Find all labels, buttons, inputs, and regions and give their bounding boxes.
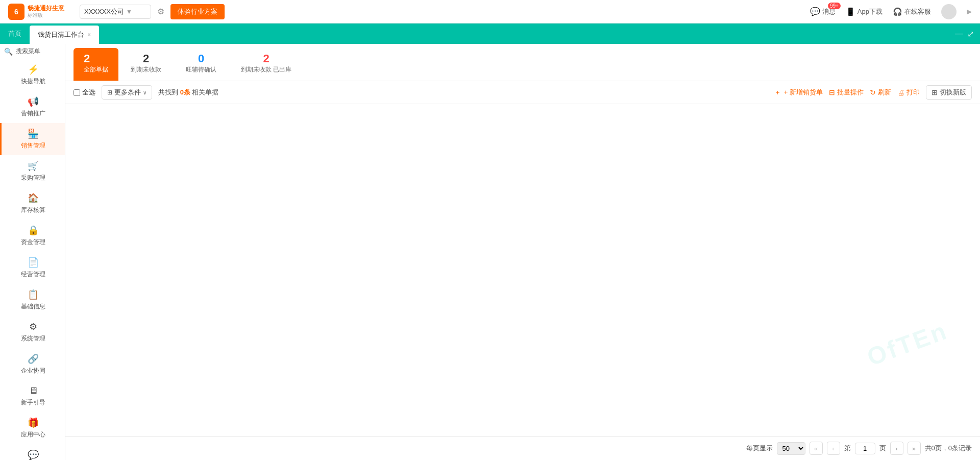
purchase-icon: 🛒 — [28, 160, 39, 172]
sidebar-item-wechat[interactable]: 💬 企业微信 — [0, 444, 65, 460]
select-all-checkbox[interactable]: 全选 — [74, 88, 95, 97]
content-area: 2 全部单据 2 到期未收款 0 旺辅待确认 2 到期未收款 已出库 全选 — [65, 44, 980, 460]
app-subtitle: 标准版 — [28, 12, 64, 18]
switch-icon: ⊞ — [932, 88, 938, 96]
finance-label: 资金管理 — [21, 238, 45, 247]
sidebar-item-quick-nav[interactable]: ⚡ 快捷导航 — [0, 59, 65, 91]
username[interactable]: ▶ — [967, 8, 972, 15]
guide-label: 新手引导 — [21, 398, 45, 407]
home-tab-label: 首页 — [8, 29, 21, 38]
print-btn-label: 打印 — [906, 88, 920, 97]
sidebar-item-cooperation[interactable]: 🔗 企业协同 — [0, 348, 65, 380]
refresh-icon: ↻ — [870, 88, 876, 96]
tab-overdue-shipped[interactable]: 2 到期未收款 已出库 — [229, 48, 304, 81]
online-service-button[interactable]: 🎧 在线客服 — [893, 7, 931, 16]
sidebar-item-base-info[interactable]: 📋 基础信息 — [0, 284, 65, 316]
found-count: 0条 — [180, 88, 190, 96]
tab-wangfu-pending[interactable]: 0 旺辅待确认 — [174, 48, 229, 81]
page-suffix: 页 — [879, 444, 886, 453]
page-size-select[interactable]: 20 50 100 — [777, 442, 805, 455]
filter-label: 更多条件 — [114, 88, 141, 97]
print-button[interactable]: 🖨 打印 — [897, 88, 920, 97]
maximize-button[interactable]: ⤢ — [967, 29, 974, 39]
topbar-right: 💬 消息 99+ 📱 App下载 🎧 在线客服 ▶ — [810, 4, 972, 19]
base-info-label: 基础信息 — [21, 302, 45, 311]
company-selector[interactable]: XXXXXX公司 ▼ — [80, 5, 151, 19]
chevron-down-icon: ▼ — [126, 8, 132, 15]
tab-wangfu-label: 旺辅待确认 — [186, 65, 216, 74]
total-info: 共0页，0条记录 — [925, 444, 972, 453]
sidebar-item-inventory[interactable]: 🏠 库存核算 — [0, 187, 65, 220]
toolbar-right: ＋ + 新增销货单 ⊟ 批量操作 ↻ 刷新 🖨 打印 ⊞ 切换新版 — [774, 85, 972, 100]
app-center-icon: 🎁 — [28, 417, 39, 428]
system-icon: ⚙ — [29, 321, 37, 332]
tab-all[interactable]: 2 全部单据 — [74, 48, 118, 81]
sidebar-item-marketing[interactable]: 📢 营销推广 — [0, 91, 65, 123]
sidebar-item-app-center[interactable]: 🎁 应用中心 — [0, 412, 65, 444]
last-page-button[interactable]: » — [908, 442, 921, 455]
batch-icon: ⊟ — [829, 88, 835, 96]
settings-icon[interactable]: ⚙ — [157, 7, 164, 16]
sidebar-item-operations[interactable]: 📄 经营管理 — [0, 252, 65, 284]
filter-icon: ⊞ — [107, 89, 112, 96]
add-btn-label: + 新增销货单 — [784, 88, 823, 97]
sidebar-item-search[interactable]: 🔍 搜索菜单 — [0, 44, 65, 59]
batch-btn-label: 批量操作 — [837, 88, 864, 97]
add-icon: ＋ — [774, 88, 781, 97]
inventory-icon: 🏠 — [28, 192, 39, 204]
sidebar: 🔍 搜索菜单 ⚡ 快捷导航 📢 营销推广 🏪 销售管理 🛒 采购管理 🏠 库存核… — [0, 44, 65, 460]
app-download-label: App下载 — [857, 7, 883, 16]
message-icon: 💬 — [810, 7, 820, 16]
nav-tabs: 首页 钱货日清工作台 × — ⤢ — [0, 23, 980, 44]
sidebar-item-sales[interactable]: 🏪 销售管理 — [0, 123, 65, 155]
data-area — [65, 104, 980, 436]
switch-version-button[interactable]: ⊞ 切换新版 — [926, 85, 972, 100]
page-number-input[interactable] — [855, 443, 875, 454]
add-sales-order-button[interactable]: ＋ + 新增销货单 — [774, 88, 823, 97]
active-tab[interactable]: 钱货日清工作台 × — [30, 26, 99, 44]
select-all-input[interactable] — [74, 89, 80, 96]
app-title: 畅捷通好生意 — [28, 5, 64, 12]
cooperation-label: 企业协同 — [21, 367, 45, 375]
topbar: 6 畅捷通好生意 标准版 XXXXXX公司 ▼ ⚙ 体验行业方案 💬 消息 99… — [0, 0, 980, 23]
app-center-label: 应用中心 — [21, 430, 45, 439]
search-icon: 🔍 — [4, 47, 13, 56]
logo-text: 畅捷通好生意 标准版 — [28, 5, 64, 18]
close-icon[interactable]: × — [87, 31, 91, 38]
first-page-button[interactable]: « — [810, 442, 823, 455]
tab-wangfu-count: 0 — [198, 52, 204, 65]
print-icon: 🖨 — [897, 88, 904, 96]
home-tab[interactable]: 首页 — [0, 23, 30, 44]
sidebar-item-system[interactable]: ⚙ 系统管理 — [0, 316, 65, 348]
minimize-button[interactable]: — — [955, 29, 963, 38]
sidebar-item-purchase[interactable]: 🛒 采购管理 — [0, 155, 65, 187]
sales-icon: 🏪 — [28, 128, 39, 139]
system-label: 系统管理 — [21, 334, 45, 343]
batch-operation-button[interactable]: ⊟ 批量操作 — [829, 88, 864, 97]
trial-button[interactable]: 体验行业方案 — [170, 4, 225, 19]
tab-overdue-uncollected[interactable]: 2 到期未收款 — [118, 48, 174, 81]
online-service-label: 在线客服 — [904, 7, 931, 16]
company-name: XXXXXX公司 — [84, 7, 124, 16]
logo-icon: 6 — [8, 4, 24, 20]
toolbar: 全选 ⊞ 更多条件 ∨ 共找到 0条 相关单据 ＋ + 新增销货单 ⊟ — [65, 81, 980, 104]
pagination: 每页显示 20 50 100 « ‹ 第 页 › » 共0页，0条记录 — [65, 436, 980, 460]
prev-page-button[interactable]: ‹ — [827, 442, 840, 455]
found-suffix: 相关单据 — [192, 88, 218, 96]
sales-label: 销售管理 — [21, 141, 45, 150]
tab-all-label: 全部单据 — [84, 65, 108, 74]
message-button[interactable]: 💬 消息 99+ — [810, 7, 836, 16]
sidebar-item-guide[interactable]: 🖥 新手引导 — [0, 380, 65, 412]
app-download-button[interactable]: 📱 App下载 — [846, 7, 883, 16]
purchase-label: 采购管理 — [21, 174, 45, 182]
more-filters-button[interactable]: ⊞ 更多条件 ∨ — [102, 85, 152, 100]
avatar[interactable] — [941, 4, 957, 19]
operations-label: 经营管理 — [21, 270, 45, 279]
next-page-button[interactable]: › — [890, 442, 903, 455]
refresh-button[interactable]: ↻ 刷新 — [870, 88, 891, 97]
app-download-icon: 📱 — [846, 7, 855, 16]
nav-actions: — ⤢ — [955, 29, 980, 39]
active-tab-label: 钱货日清工作台 — [38, 30, 84, 39]
sidebar-item-finance[interactable]: 🔒 资金管理 — [0, 220, 65, 252]
cooperation-icon: 🔗 — [28, 353, 39, 365]
